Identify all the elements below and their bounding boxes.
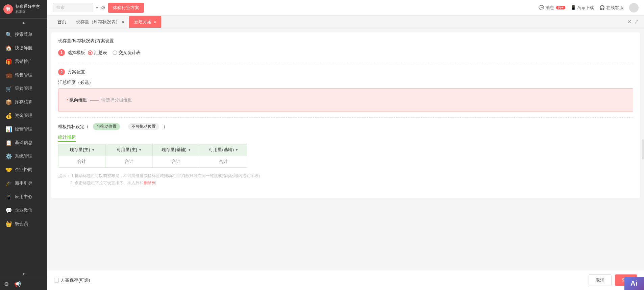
- sidebar-item-enterprise[interactable]: 🤝 企业协同: [1, 163, 46, 176]
- message-icon: 💬: [539, 5, 544, 10]
- sidebar-item-wechat[interactable]: 💬 企业微信: [1, 204, 46, 217]
- online-service-item[interactable]: 🎧 在线客服: [599, 5, 624, 11]
- sidebar-scroll-down[interactable]: ▼: [0, 270, 47, 278]
- scroll-down-icon[interactable]: ▼: [22, 272, 25, 276]
- app-download-label: App下载: [577, 5, 594, 11]
- sidebar-item-quick-nav[interactable]: 🏠 快捷导航: [1, 42, 46, 55]
- stats-col-1-dropdown-icon[interactable]: ▾: [92, 148, 94, 152]
- tab-new-plan[interactable]: 新建方案 ×: [129, 16, 161, 28]
- stats-row-1-col-2: 合计: [106, 155, 153, 167]
- sidebar-item-label: 资金管理: [15, 113, 32, 119]
- radio-summary[interactable]: 汇总表: [88, 50, 107, 56]
- tabbar: 首页 现存量（库存状况表） × 新建方案 × ✕ ⤢: [47, 16, 644, 28]
- tips-area: 提示： 1.拖动标题栏可以调整布局，不可跨维度或指标区域拖动栏目字段(只能在同一…: [58, 173, 633, 186]
- step1-section: 1 选择模板 汇总表 交叉统计表: [58, 49, 633, 56]
- window-expand-icon[interactable]: ⤢: [634, 19, 639, 25]
- sidebar-item-member[interactable]: 👑 畅会员: [1, 217, 46, 231]
- settings-icon[interactable]: ⚙: [4, 281, 9, 287]
- dim-area[interactable]: * 纵向维度 —— 请选择分组维度: [58, 88, 633, 112]
- inventory-icon: 📦: [5, 99, 12, 105]
- stats-row-1-col-3: 合计: [153, 155, 200, 167]
- tips-title-label: 提示：: [58, 173, 70, 178]
- stats-col-3-dropdown-icon[interactable]: ▾: [189, 148, 191, 152]
- sidebar-item-marketing[interactable]: 🎁 营销推广: [1, 55, 46, 68]
- tab-home-label: 首页: [57, 19, 66, 24]
- summary-dim-label: 汇总维度（必选）: [58, 79, 633, 86]
- sidebar-item-label: 经营管理: [15, 126, 32, 132]
- topbar-chevron-icon[interactable]: ▾: [96, 5, 98, 10]
- app-download-item[interactable]: 📱 App下载: [571, 5, 594, 11]
- sidebar-item-label: 系统管理: [15, 153, 32, 159]
- tab-home[interactable]: 首页: [53, 16, 71, 28]
- sidebar-item-system[interactable]: ⚙️ 系统管理: [1, 150, 46, 163]
- window-close-icon[interactable]: ✕: [627, 19, 631, 25]
- stats-col-3-header[interactable]: 现存量(基辅) ▾: [153, 144, 200, 155]
- sidebar-item-operation[interactable]: 📊 经营管理: [1, 123, 46, 136]
- tab-inventory-status[interactable]: 现存量（库存状况表） ×: [71, 16, 129, 28]
- tab-new-plan-close-icon[interactable]: ×: [154, 20, 156, 24]
- stats-col-1-header[interactable]: 现存量(主) ▾: [58, 144, 106, 155]
- step1-num: 1: [58, 49, 65, 56]
- sidebar-item-base-info[interactable]: 📋 基础信息: [1, 136, 46, 149]
- stats-col-4-label: 可用量(基辅): [209, 147, 234, 153]
- industry-button[interactable]: 体验行业方案: [108, 3, 144, 13]
- stats-col-2-label: 可用量(主): [117, 147, 137, 153]
- stats-table: 现存量(主) ▾ 可用量(主) ▾ 现存量(基辅) ▾: [58, 144, 247, 168]
- stats-col-2-header[interactable]: 可用量(主) ▾: [106, 144, 153, 155]
- main-area: 搜索 ▾ ⚙ 体验行业方案 💬 消息 99+ 📱 App下载 🎧 在线客服 首页: [47, 0, 644, 290]
- cancel-button[interactable]: 取消: [589, 274, 612, 286]
- messages-label: 消息: [545, 5, 554, 11]
- stats-col-4-dropdown-icon[interactable]: ▾: [236, 148, 238, 152]
- scroll-up-icon[interactable]: ▲: [22, 21, 25, 24]
- sidebar-item-label: 新手引导: [15, 180, 32, 186]
- tab-inventory-label: 现存量（库存状况表）: [76, 19, 120, 25]
- page-title: 现存量(库存状况表)方案设置: [58, 38, 633, 44]
- sidebar-item-app-center[interactable]: 📱 应用中心: [1, 190, 46, 203]
- app-center-icon: 📱: [5, 194, 12, 200]
- save-checkbox-box[interactable]: [54, 278, 59, 283]
- search-box[interactable]: 搜索: [53, 3, 93, 12]
- step2-section: 2 方案配置 汇总维度（必选） * 纵向维度 —— 请选择分组维度 模板指标设定…: [58, 69, 633, 186]
- member-icon: 👑: [5, 221, 12, 227]
- purchase-icon: 🛒: [5, 86, 12, 92]
- sales-icon: 💼: [5, 72, 12, 78]
- sidebar-item-sales[interactable]: 💼 销售管理: [1, 69, 46, 82]
- finance-icon: 💰: [5, 113, 12, 119]
- dim-field-label: 纵向维度: [70, 97, 87, 103]
- stats-row-1-col-4: 合计: [200, 155, 247, 167]
- sidebar-scroll-up[interactable]: ▲: [0, 19, 47, 26]
- bottom-bar: 方案保存(可选) 取消 查询: [47, 270, 644, 290]
- content-area: 现存量(库存状况表)方案设置 1 选择模板 汇总表 交叉统计表: [47, 28, 644, 270]
- logo-icon: 畅: [3, 4, 13, 14]
- stats-row-1-col-1: 合计: [58, 155, 106, 167]
- sidebar-item-label: 搜索菜单: [15, 31, 32, 38]
- stats-col-2-dropdown-icon[interactable]: ▾: [139, 148, 141, 152]
- ai-badge[interactable]: Ai: [624, 277, 644, 290]
- sidebar-item-inventory[interactable]: 📦 库存核算: [1, 96, 46, 109]
- sidebar-item-finance[interactable]: 💰 资金管理: [1, 109, 46, 122]
- home-icon: 🏠: [5, 45, 12, 51]
- stats-col-4-header[interactable]: 可用量(基辅) ▾: [200, 144, 247, 155]
- indicator-row: 模板指标设定（ 可拖动位置 不可拖动位置 ）: [58, 123, 633, 130]
- stats-table-header: 现存量(主) ▾ 可用量(主) ▾ 现存量(基辅) ▾: [58, 144, 247, 155]
- tab-inventory-close-icon[interactable]: ×: [122, 20, 124, 24]
- sidebar-item-purchase[interactable]: 🛒 采购管理: [1, 82, 46, 95]
- sidebar-bottom: ⚙ 📢: [0, 278, 47, 290]
- sidebar-item-label: 快捷导航: [15, 45, 32, 51]
- main-panel: 现存量(库存状况表)方案设置 1 选择模板 汇总表 交叉统计表: [51, 32, 640, 198]
- save-checkbox[interactable]: 方案保存(可选): [54, 277, 90, 283]
- sidebar-item-newbie[interactable]: 🎓 新手引导: [1, 177, 46, 190]
- stats-col-3-label: 现存量(基辅): [162, 147, 187, 153]
- movable-chip: 可拖动位置: [93, 123, 120, 130]
- download-icon: 📱: [571, 5, 576, 10]
- gift-icon: 🎁: [5, 58, 12, 65]
- topbar-gear-icon[interactable]: ⚙: [101, 4, 105, 11]
- search-placeholder: 搜索: [56, 5, 65, 10]
- sidebar-item-search-menu[interactable]: 🔍 搜索菜单: [1, 28, 46, 41]
- speaker-icon[interactable]: 📢: [14, 281, 21, 287]
- radio-cross-label: 交叉统计表: [119, 50, 141, 56]
- online-service-label: 在线客服: [606, 5, 624, 11]
- radio-cross[interactable]: 交叉统计表: [113, 50, 141, 56]
- user-avatar[interactable]: [629, 3, 639, 13]
- messages-item[interactable]: 💬 消息 99+: [539, 5, 565, 11]
